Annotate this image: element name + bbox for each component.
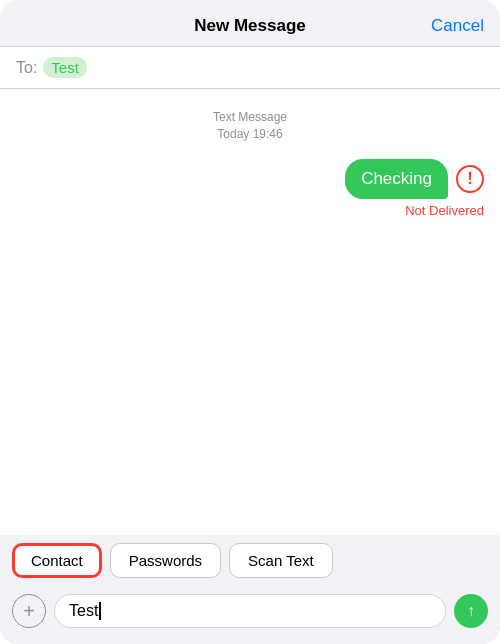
add-button[interactable]: + — [12, 594, 46, 628]
to-field: To: Test — [0, 47, 500, 89]
header-title: New Message — [194, 16, 306, 36]
suggestion-contact[interactable]: Contact — [12, 543, 102, 578]
message-row: Checking ! — [16, 159, 484, 199]
header: New Message Cancel — [0, 0, 500, 47]
message-bubble: Checking — [345, 159, 448, 199]
phone-container: New Message Cancel To: Test Text Message… — [0, 0, 500, 644]
not-delivered-label: Not Delivered — [16, 203, 484, 218]
bottom-area: Contact Passwords Scan Text + Test ↑ — [0, 535, 500, 644]
send-icon: ↑ — [467, 602, 475, 620]
add-icon: + — [23, 600, 35, 623]
suggestion-passwords[interactable]: Passwords — [110, 543, 221, 578]
input-bar: + Test ↑ — [0, 586, 500, 644]
message-area: Text Message Today 19:46 Checking ! Not … — [0, 89, 500, 535]
to-label: To: — [16, 59, 37, 77]
cancel-button[interactable]: Cancel — [431, 16, 484, 36]
error-icon[interactable]: ! — [456, 165, 484, 193]
message-meta: Text Message Today 19:46 — [213, 109, 287, 143]
text-cursor — [99, 602, 101, 620]
input-text: Test — [69, 602, 98, 620]
send-button[interactable]: ↑ — [454, 594, 488, 628]
suggestion-scan-text[interactable]: Scan Text — [229, 543, 333, 578]
recipient-chip[interactable]: Test — [43, 57, 87, 78]
suggestions-bar: Contact Passwords Scan Text — [0, 535, 500, 586]
message-type: Text Message — [213, 109, 287, 126]
message-input[interactable]: Test — [54, 594, 446, 628]
message-time: Today 19:46 — [213, 126, 287, 143]
